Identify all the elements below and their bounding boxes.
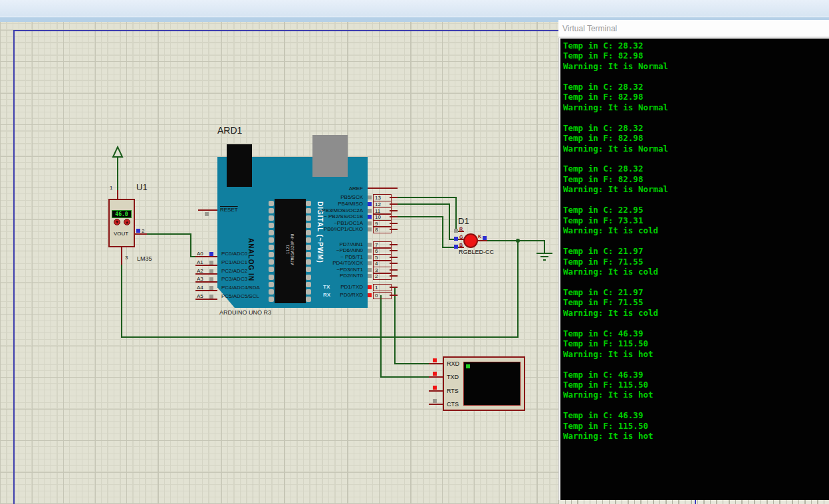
lm35-increase-button[interactable]: ▲ xyxy=(124,219,130,225)
aref-pin-stub[interactable] xyxy=(368,188,398,189)
serial-terminal-cursor xyxy=(466,364,470,368)
digital-pin-13-stub[interactable] xyxy=(390,197,398,198)
digital-pin-7-label: PD7/AIN1 xyxy=(286,241,363,247)
digital-pin-3-label: ~PD3/INT1 xyxy=(286,267,363,273)
digital-pin-12-stub[interactable] xyxy=(390,203,398,205)
analog-pin-A2-port-label: PC2/ADC2 xyxy=(221,268,247,274)
led-pin-B-indicator xyxy=(454,245,458,249)
reset-pin-label: RESET xyxy=(220,207,238,213)
analog-pin-A2-stub[interactable] xyxy=(195,273,217,275)
sterm-pin-CTS-stub[interactable] xyxy=(429,404,443,405)
digital-pin-8-indicator xyxy=(368,227,372,231)
digital-pin-12-indicator xyxy=(368,202,372,206)
digital-pin-13-label: PB5/SCK xyxy=(286,194,363,200)
chip-pin-left xyxy=(269,215,274,221)
ruler-blue-mark xyxy=(695,500,696,504)
digital-pin-8-stub[interactable] xyxy=(390,229,398,230)
analog-pin-A5-indicator xyxy=(209,295,213,299)
digital-pin-10-indicator xyxy=(368,215,372,219)
digital-pin-1-number[interactable]: 1 xyxy=(373,284,392,291)
analog-pin-A0-port-label: PC0/ADC0 xyxy=(221,251,247,257)
chip-pin-left xyxy=(269,267,274,272)
digital-pin-8-label: PB0/ICP1/CLKO xyxy=(286,226,363,232)
analog-pin-A1-port-label: PC1/ADC1 xyxy=(221,259,247,265)
digital-pin-9-stub[interactable] xyxy=(390,223,398,224)
digital-pin-7-stub[interactable] xyxy=(390,244,398,245)
analog-pin-A3-indicator xyxy=(209,277,213,281)
digital-pin-0-number[interactable]: 0 xyxy=(373,292,392,299)
lm35-vout-state-indicator xyxy=(136,229,140,233)
lm35-pin2-stub[interactable] xyxy=(135,233,147,235)
sterm-pin-CTS-indicator xyxy=(433,399,437,403)
chip-pin-left xyxy=(269,275,274,280)
chip-pin-left xyxy=(269,245,274,250)
lm35-part-label: LM35 xyxy=(137,255,152,262)
sterm-pin-TXD-stub[interactable] xyxy=(429,376,443,378)
digital-pin-1-indicator xyxy=(368,285,372,289)
led-part-label: RGBLED-CC xyxy=(459,249,494,255)
virtual-terminal-console[interactable]: Temp in C: 28.32 Temp in F: 82.98 Warnin… xyxy=(560,39,829,500)
digital-pin-2-stub[interactable] xyxy=(390,275,398,277)
sterm-pin-RTS-stub[interactable] xyxy=(429,390,443,392)
digital-pin-11-stub[interactable] xyxy=(390,210,398,211)
analog-pin-A4-stub[interactable] xyxy=(195,290,217,291)
analog-group-label: ANALOG IN xyxy=(247,238,255,286)
analog-pin-A4-port-label: PC4/ADC4/SDA xyxy=(221,285,260,291)
led-pin-G-label: G xyxy=(459,235,463,239)
led-pin-K-indicator xyxy=(483,236,487,240)
serial-terminal-screen xyxy=(463,362,521,406)
digital-pin-3-stub[interactable] xyxy=(390,269,398,271)
digital-pin-0-indicator xyxy=(368,293,372,297)
sterm-pin-RXD-indicator xyxy=(433,358,437,362)
digital-pin-12-label: PB4/MISO xyxy=(286,201,363,207)
sterm-pin-RXD-stub[interactable] xyxy=(429,363,443,364)
lm35-pin1-stub[interactable] xyxy=(117,190,118,199)
sterm-pin-RXD-label: RXD xyxy=(447,360,459,367)
sterm-pin-RTS-indicator xyxy=(433,386,437,390)
led-pin-K-stub[interactable] xyxy=(478,240,487,241)
virtual-terminal-titlebar[interactable]: Virtual Terminal xyxy=(558,20,829,38)
analog-pin-A0-indicator xyxy=(209,252,213,256)
lm35-pin3-number: 3 xyxy=(125,255,128,261)
digital-pin-5-stub[interactable] xyxy=(390,257,398,258)
digital-pin-2-indicator xyxy=(368,274,372,278)
digital-pin-4-label: PD4/T0/XCK xyxy=(286,260,363,266)
lm35-temperature-display: 46.0 xyxy=(112,210,132,218)
rgb-led[interactable] xyxy=(463,233,478,248)
digital-pin-0-stub[interactable] xyxy=(390,295,398,296)
digital-pin-9-label: ~PB1/OC1A xyxy=(286,220,363,226)
analog-pin-A3-stub[interactable] xyxy=(195,281,217,283)
reset-state-indicator xyxy=(205,212,209,216)
digital-pin-4-stub[interactable] xyxy=(390,263,398,264)
chip-pin-left xyxy=(269,297,274,302)
analog-pin-A1-stub[interactable] xyxy=(195,265,217,266)
lm35-sensor[interactable] xyxy=(108,199,135,247)
arduino-power-jack xyxy=(227,144,252,187)
chip-pin-left xyxy=(269,237,274,243)
digital-pin-6-stub[interactable] xyxy=(390,250,398,251)
chip-pin-left xyxy=(269,252,274,257)
sheet-frame-top xyxy=(13,30,558,31)
bottom-ruler-strip xyxy=(558,500,829,504)
chip-pin-left xyxy=(269,282,274,287)
digital-pin-2-label: PD2/INT0 xyxy=(286,273,363,279)
sterm-pin-CTS-label: CTS xyxy=(447,401,459,408)
analog-pin-A0-stub[interactable] xyxy=(195,256,217,257)
lm35-decrease-button[interactable]: ▼ xyxy=(114,219,120,225)
lm35-ref-label: U1 xyxy=(136,182,148,192)
analog-pin-A5-stub[interactable] xyxy=(195,299,217,300)
sterm-pin-RTS-label: RTS xyxy=(447,388,459,394)
arduino-usb-connector xyxy=(312,135,348,177)
digital-pin-2-number[interactable]: 2 xyxy=(373,273,392,280)
led-ref-label: D1 xyxy=(458,216,469,226)
analog-pin-A2-indicator xyxy=(209,269,213,273)
reset-pin-stub[interactable] xyxy=(198,209,217,211)
chip-pin-left xyxy=(269,201,274,206)
lm35-pin3-stub[interactable] xyxy=(121,247,122,265)
sterm-pin-TXD-indicator xyxy=(433,372,437,376)
digital-pin-8-number[interactable]: 8 xyxy=(373,226,392,233)
arduino-board-name: ARDUINO UNO R3 xyxy=(219,309,271,316)
analog-pin-A1-indicator xyxy=(209,261,213,265)
digital-pin-10-stub[interactable] xyxy=(390,216,398,217)
digital-pin-1-stub[interactable] xyxy=(390,287,398,288)
